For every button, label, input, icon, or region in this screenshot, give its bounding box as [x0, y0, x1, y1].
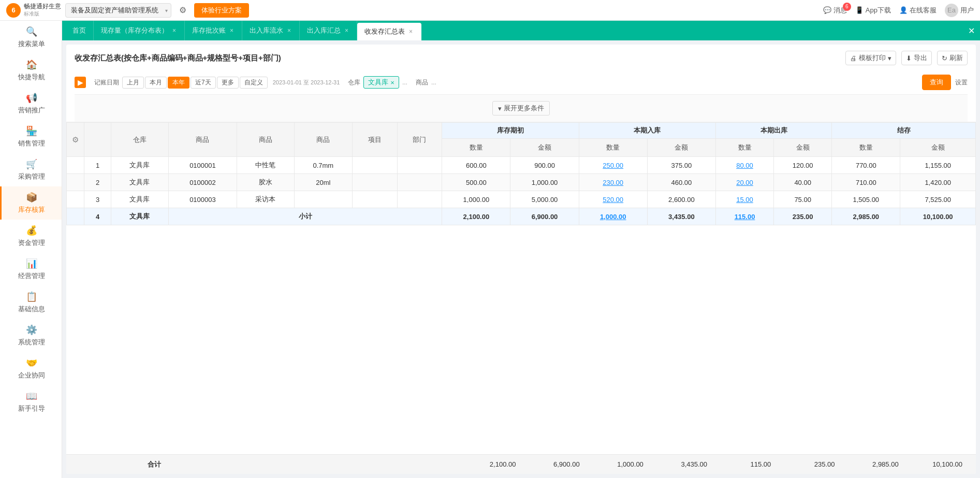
row-out-qty-2[interactable]: 15.00 — [715, 191, 773, 208]
settings-link[interactable]: 设置 — [955, 78, 968, 87]
export-btn[interactable]: ⬇ 导出 — [901, 51, 932, 65]
row-balance-qty-0: 770.00 — [832, 157, 900, 174]
goods-more[interactable]: ... — [431, 79, 436, 86]
row-out-qty-1[interactable]: 20.00 — [715, 174, 773, 191]
row-opening-qty-2: 1,000.00 — [442, 191, 510, 208]
subtotal-balance-amt: 10,100.00 — [900, 208, 976, 225]
sidebar-item-operations[interactable]: 📊 经营管理 — [0, 253, 62, 286]
row-in-qty-0[interactable]: 250.00 — [579, 157, 647, 174]
tab-batch-account-label: 库存批次账 — [192, 26, 226, 35]
tab-batch-account-close[interactable]: × — [229, 27, 235, 34]
sidebar-item-search[interactable]: 🔍 搜索菜单 — [0, 21, 62, 54]
logo-icon: 6 — [6, 3, 21, 18]
th-in-qty: 数量 — [579, 139, 647, 157]
warehouse-tag-close[interactable]: × — [390, 79, 394, 86]
sidebar-label-finance: 资金管理 — [18, 238, 45, 248]
row-out-amt-0: 120.00 — [774, 157, 832, 174]
settings-icon[interactable]: ⚙ — [175, 3, 190, 18]
row-balance-qty-1: 710.00 — [832, 174, 900, 191]
phone-icon: 📱 — [855, 6, 864, 14]
experience-btn[interactable]: 体验行业方案 — [194, 3, 249, 18]
quick-nav-icon: 🏠 — [26, 59, 37, 70]
gear-icon[interactable]: ⚙ — [72, 135, 79, 144]
system-title[interactable]: 装备及固定资产辅助管理系统 — [65, 3, 171, 18]
sidebar-item-system[interactable]: ⚙️ 系统管理 — [0, 319, 62, 352]
sidebar-item-marketing[interactable]: 📢 营销推广 — [0, 87, 62, 120]
tab-recv-send-close[interactable]: × — [408, 28, 414, 35]
warehouse-more[interactable]: ... — [402, 79, 407, 86]
sidebar-label-quick-nav: 快捷导航 — [18, 73, 45, 82]
query-btn[interactable]: 查询 — [922, 75, 951, 90]
date-btn-more[interactable]: 更多 — [217, 77, 239, 89]
filter-toggle-btn[interactable]: ▶ — [75, 77, 86, 88]
row-goods-code-0: 0100001 — [168, 157, 237, 174]
page-title-row: 收发存汇总表(按仓库+商品编码+商品+规格型号+项目+部门) 🖨 模板打印 ▾ … — [75, 51, 968, 65]
header-right: 💬 消息 6 📱 App下载 👤 在线客服 Ea 用户 — [823, 4, 974, 17]
subtotal-out-qty[interactable]: 115.00 — [715, 208, 773, 225]
tab-in-out-flow[interactable]: 出入库流水 × — [242, 21, 300, 40]
search-icon: 🔍 — [26, 26, 37, 37]
tab-batch-account[interactable]: 库存批次账 × — [185, 21, 242, 40]
tab-bar-close[interactable]: ✕ — [968, 26, 975, 36]
tab-recv-send-summary[interactable]: 收发存汇总表 × — [357, 23, 421, 40]
sidebar-item-inventory[interactable]: 📦 库存核算 — [0, 186, 62, 220]
row-department-0 — [397, 157, 442, 174]
messages-action[interactable]: 💬 消息 6 — [823, 6, 847, 15]
sidebar-item-purchase[interactable]: 🛒 采购管理 — [0, 153, 62, 186]
totals-opening-qty: 2,100.00 — [457, 456, 521, 473]
th-balance-amt: 金额 — [900, 139, 976, 157]
sidebar-label-marketing: 营销推广 — [18, 106, 45, 115]
th-goods-name: 商品 — [237, 123, 295, 157]
th-settings: ⚙ — [67, 123, 84, 157]
tab-stock-dist-close[interactable]: × — [171, 27, 177, 34]
sidebar: 🔍 搜索菜单 🏠 快捷导航 📢 营销推广 🏪 销售管理 🛒 采购管理 📦 库存核… — [0, 21, 62, 478]
row-index-0: 1 — [84, 157, 111, 174]
row-in-amt-0: 375.00 — [647, 157, 715, 174]
sidebar-item-finance[interactable]: 💰 资金管理 — [0, 220, 62, 253]
online-service-label: 在线客服 — [910, 6, 937, 15]
totals-balance-qty: 2,985.00 — [840, 456, 903, 473]
sidebar-item-basic-info[interactable]: 📋 基础信息 — [0, 286, 62, 319]
sidebar-item-quick-nav[interactable]: 🏠 快捷导航 — [0, 54, 62, 87]
tab-stock-dist[interactable]: 现存量（库存分布表） × — [94, 21, 185, 40]
app-download-action[interactable]: 📱 App下载 — [855, 6, 891, 15]
sidebar-label-purchase: 采购管理 — [18, 172, 45, 181]
expand-btn[interactable]: ▾ 展开更多条件 — [492, 101, 550, 115]
date-label: 记账日期 — [94, 78, 119, 87]
sidebar-item-guide[interactable]: 📖 新手引导 — [0, 385, 62, 418]
sidebar-item-sales[interactable]: 🏪 销售管理 — [0, 120, 62, 153]
date-btn-custom[interactable]: 自定义 — [240, 77, 268, 89]
online-service-action[interactable]: 👤 在线客服 — [899, 6, 937, 15]
refresh-btn[interactable]: ↻ 刷新 — [937, 51, 968, 65]
date-btn-this-year[interactable]: 本年 — [168, 77, 189, 89]
subtotal-opening-qty: 2,100.00 — [442, 208, 510, 225]
tab-in-out-flow-close[interactable]: × — [286, 27, 292, 34]
tab-home[interactable]: 首页 — [65, 21, 94, 40]
row-goods-spec-1: 20ml — [294, 174, 352, 191]
date-btn-this-month[interactable]: 本月 — [145, 77, 167, 89]
row-out-qty-0[interactable]: 80.00 — [715, 157, 773, 174]
expand-icon: ▾ — [498, 105, 502, 112]
inventory-icon: 📦 — [26, 192, 37, 203]
tab-in-out-summary[interactable]: 出入库汇总 × — [300, 21, 357, 40]
page-content: 收发存汇总表(按仓库+商品编码+商品+规格型号+项目+部门) 🖨 模板打印 ▾ … — [66, 45, 976, 474]
row-in-qty-1[interactable]: 230.00 — [579, 174, 647, 191]
date-btn-last-month[interactable]: 上月 — [122, 77, 144, 89]
printer-icon: 🖨 — [850, 54, 857, 62]
row-opening-amt-2: 5,000.00 — [510, 191, 579, 208]
tab-in-out-summary-close[interactable]: × — [344, 27, 349, 34]
sidebar-label-guide: 新手引导 — [18, 404, 45, 413]
print-btn[interactable]: 🖨 模板打印 ▾ — [845, 51, 896, 65]
messages-badge: 6 — [843, 3, 851, 11]
row-settings-0 — [67, 157, 84, 174]
row-settings-1 — [67, 174, 84, 191]
warehouse-filter-group: 仓库 文具库 × ... — [348, 76, 407, 89]
user-action[interactable]: Ea 用户 — [945, 4, 974, 17]
row-in-qty-2[interactable]: 520.00 — [579, 191, 647, 208]
th-project: 项目 — [352, 123, 397, 157]
date-range-text: 2023-01-01 至 2023-12-31 — [273, 79, 340, 86]
date-btn-7days[interactable]: 近7天 — [191, 77, 216, 89]
tab-in-out-flow-label: 出入库流水 — [250, 26, 283, 35]
subtotal-in-qty[interactable]: 1,000.00 — [579, 208, 647, 225]
sidebar-item-enterprise[interactable]: 🤝 企业协同 — [0, 352, 62, 385]
